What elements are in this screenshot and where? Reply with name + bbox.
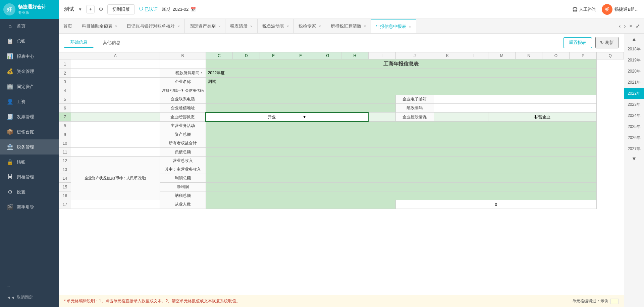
- cell-c11[interactable]: [206, 148, 597, 157]
- cell-a5[interactable]: [71, 95, 160, 104]
- year-2024[interactable]: 2024年: [624, 110, 644, 121]
- cell-a7[interactable]: [71, 113, 160, 122]
- tab-auxiliary[interactable]: 科目辅助余额表 ×: [77, 19, 122, 34]
- col-header-k[interactable]: K: [434, 52, 461, 59]
- year-2018[interactable]: 2018年: [624, 44, 644, 55]
- year-2019[interactable]: 2019年: [624, 55, 644, 66]
- cell-a2[interactable]: [71, 69, 160, 78]
- tab-tax-wave[interactable]: 税负波动表 ×: [258, 19, 294, 34]
- cell-m7[interactable]: 私营企业: [488, 113, 596, 122]
- cell-c2[interactable]: 2022年度: [206, 69, 597, 78]
- col-header-j[interactable]: J: [395, 52, 434, 59]
- sidebar-item-ledger[interactable]: 📋 总账: [0, 34, 59, 49]
- cell-title[interactable]: 工商年报信息表: [206, 59, 597, 69]
- col-header-m[interactable]: M: [488, 52, 515, 59]
- col-header-h[interactable]: H: [341, 52, 368, 59]
- tab-tax-expert[interactable]: 税检专家 ×: [294, 19, 326, 34]
- cell-c6[interactable]: [206, 104, 395, 113]
- sidebar-item-invoice[interactable]: 🧾 发票管理: [0, 109, 59, 124]
- cell-c4[interactable]: [206, 86, 597, 95]
- close-all-tabs[interactable]: ×: [628, 23, 634, 30]
- gear-button[interactable]: ⚙: [99, 6, 103, 12]
- col-header-c[interactable]: C: [206, 52, 233, 59]
- col-header-b[interactable]: B: [160, 52, 206, 59]
- col-header-o[interactable]: O: [542, 52, 570, 59]
- close-tab-fixed-asset[interactable]: ×: [218, 24, 220, 28]
- year-2023[interactable]: 2023年: [624, 99, 644, 110]
- refresh-button[interactable]: ↻ 刷新: [595, 37, 619, 48]
- cell-b16[interactable]: 纳税总额: [160, 191, 206, 200]
- cell-a4[interactable]: [71, 86, 160, 95]
- sidebar-item-tax[interactable]: 🏦 税务管理: [0, 139, 59, 155]
- close-tab-tax-wave[interactable]: ×: [287, 24, 289, 28]
- tab-home[interactable]: 首页: [59, 19, 77, 34]
- tab-annual-report[interactable]: 年报信息申报表 ×: [371, 19, 416, 34]
- tab-fixed-asset[interactable]: 固定资产类别 ×: [185, 19, 225, 34]
- col-header-l[interactable]: L: [461, 52, 488, 59]
- close-tab-tax-return[interactable]: ×: [250, 24, 252, 28]
- col-header-g[interactable]: G: [314, 52, 341, 59]
- cell-b13[interactable]: 其中：主营业务收入: [160, 165, 206, 174]
- col-header-q[interactable]: Q: [597, 52, 624, 59]
- cell-c8[interactable]: [206, 122, 597, 130]
- cell-a8[interactable]: [71, 122, 160, 130]
- cell-j17[interactable]: 0: [395, 200, 597, 209]
- cell-c13[interactable]: [206, 165, 597, 174]
- cell-b14[interactable]: 利润总额: [160, 174, 206, 183]
- add-button[interactable]: +: [86, 5, 95, 13]
- expand-tabs[interactable]: ⤢: [634, 22, 641, 30]
- tabs-next-button[interactable]: ›: [623, 23, 627, 30]
- cell-c5[interactable]: [206, 95, 395, 104]
- cell-b6[interactable]: 企业通信地址: [160, 104, 206, 113]
- reset-button[interactable]: 重置报表: [563, 37, 592, 48]
- close-tab-journal[interactable]: ×: [177, 24, 179, 28]
- cell-a11[interactable]: [71, 148, 160, 157]
- cell-b2[interactable]: 税款所属期间：: [160, 69, 206, 78]
- cell-a3[interactable]: [71, 78, 160, 86]
- tab-journal[interactable]: 日记账与银行对账单核对 ×: [122, 19, 184, 34]
- sidebar-item-fund[interactable]: 💰 资金管理: [0, 64, 59, 79]
- year-2021[interactable]: 2021年: [624, 77, 644, 88]
- sidebar-item-home[interactable]: ⌂ 首页: [0, 19, 59, 34]
- close-tab-tax-expert[interactable]: ×: [319, 24, 321, 28]
- cell-b10[interactable]: 所有者权益合计: [160, 139, 206, 148]
- consult-button[interactable]: 🎧 人工咨询: [572, 6, 596, 12]
- old-version-button[interactable]: 切到旧版: [107, 4, 135, 14]
- cell-c14[interactable]: [206, 174, 597, 183]
- dropdown-arrow[interactable]: ▼: [303, 115, 307, 119]
- cell-c7[interactable]: 开业 ▼: [206, 113, 368, 122]
- col-header-n[interactable]: N: [515, 52, 542, 59]
- cell-c10[interactable]: [206, 139, 597, 148]
- close-tab-annual-report[interactable]: ×: [409, 25, 411, 29]
- cell-j7[interactable]: 企业控股情况: [395, 113, 434, 122]
- sheet-tab-basic[interactable]: 基础信息: [64, 37, 94, 48]
- cell-b4[interactable]: 注册号/统一社会信用代码: [160, 86, 206, 95]
- col-header-a[interactable]: A: [71, 52, 160, 59]
- collapse-button[interactable]: ◄◄ 取消固定: [0, 291, 59, 304]
- year-scroll-up[interactable]: ▲: [630, 35, 638, 44]
- year-scroll-down[interactable]: ▼: [630, 155, 638, 163]
- user-profile[interactable]: 畅 畅捷通B组...: [602, 4, 639, 15]
- year-2025[interactable]: 2025年: [624, 121, 644, 132]
- close-tab-income-tax[interactable]: ×: [364, 24, 366, 28]
- year-2027[interactable]: 2027年: [624, 143, 644, 155]
- year-2022[interactable]: 2022年: [624, 88, 644, 99]
- year-2026[interactable]: 2026年: [624, 132, 644, 143]
- sidebar-item-close[interactable]: 🔒 结账: [0, 155, 59, 170]
- cell-j6[interactable]: 邮政编码: [395, 104, 434, 113]
- col-header-d[interactable]: D: [233, 52, 260, 59]
- app-dropdown[interactable]: ▼: [78, 7, 82, 12]
- cell-a9[interactable]: [71, 130, 160, 139]
- cell-b15[interactable]: 净利润: [160, 183, 206, 191]
- cell-b7[interactable]: 企业经营状态: [160, 113, 206, 122]
- cell-c15[interactable]: [206, 183, 597, 191]
- col-header-e[interactable]: E: [260, 52, 287, 59]
- close-tab-auxiliary[interactable]: ×: [115, 24, 117, 28]
- sidebar-item-salary[interactable]: 👤 工资: [0, 94, 59, 109]
- cell-a10[interactable]: [71, 139, 160, 148]
- sidebar-item-report[interactable]: 📊 报表中心: [0, 49, 59, 64]
- col-header-f[interactable]: F: [287, 52, 314, 59]
- cell-b1[interactable]: [160, 59, 206, 69]
- col-header-p[interactable]: P: [570, 52, 597, 59]
- cell-k7[interactable]: [434, 113, 488, 122]
